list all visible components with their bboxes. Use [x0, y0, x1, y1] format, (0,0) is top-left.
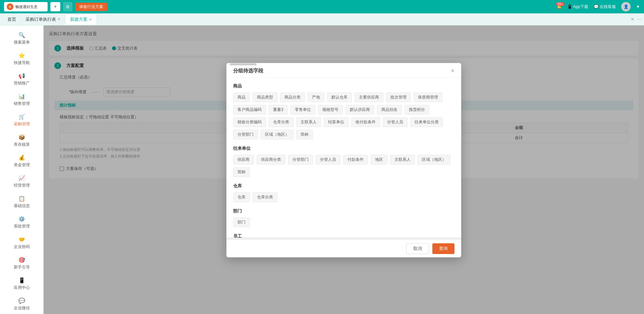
- field-tag-partner-6[interactable]: 主联系人: [390, 155, 415, 165]
- field-tag-goods-16[interactable]: 仓库分类: [269, 117, 293, 127]
- field-tag-partner-1[interactable]: 供应商分类: [257, 155, 285, 165]
- top-nav: b 畅捷通好生意 ▼ ⚙ 体验行业方案 🔔 99+ 📱 App下载 💬 在线客服…: [0, 0, 644, 13]
- sidebar-item-enterprise[interactable]: 🤝 企业协同: [0, 233, 43, 253]
- field-tag-goods-6[interactable]: 批次管理: [386, 92, 411, 102]
- tab-new-plan[interactable]: 新建方案 ✕: [65, 14, 97, 24]
- field-tag-goods-23[interactable]: 区域（地区）: [261, 130, 293, 139]
- sidebar-item-finance[interactable]: 💰 资金管理: [0, 151, 43, 171]
- field-tag-goods-17[interactable]: 主联系人: [296, 117, 321, 127]
- sidebar-label-search: 搜索菜单: [14, 40, 30, 45]
- content-area: 采购订单执行表方案设置 1 选择模板 汇总表 交叉统计表: [44, 25, 644, 314]
- logo-area: b 畅捷通好生意: [4, 2, 48, 11]
- sidebar-item-wechat[interactable]: 💬 企业微信: [0, 294, 43, 314]
- inventory-icon: 📦: [18, 134, 25, 140]
- sidebar-item-marketing[interactable]: 📢 营销推广: [0, 69, 43, 89]
- field-tag-goods-20[interactable]: 分管人员: [383, 117, 408, 127]
- sidebar-item-search[interactable]: 🔍 搜索菜单: [0, 28, 43, 49]
- app-download-link[interactable]: 📱 App下载: [567, 4, 588, 10]
- workspace-dropdown[interactable]: ▼: [50, 2, 60, 11]
- modal-title: 分组待选字段: [233, 68, 263, 74]
- modal-body: 商品 商品 商品类型 商品分类 产地 默认仓库 主要供应商 批次管理 保质期管理…: [226, 78, 461, 238]
- sidebar-label-guide: 新手引导: [14, 264, 30, 270]
- field-tag-goods-13[interactable]: 商品别名: [377, 105, 402, 115]
- sidebar-label-system: 系统管理: [14, 224, 30, 229]
- field-tag-goods-15[interactable]: 税收分类编码: [233, 117, 266, 127]
- notification-area[interactable]: 🔔 99+: [557, 4, 562, 9]
- field-tag-partner-8[interactable]: 简称: [233, 167, 250, 177]
- section-department-title: 部门: [233, 208, 454, 214]
- tab-close-purchase[interactable]: ✕: [57, 17, 60, 21]
- top-right-area: 🔔 99+ 📱 App下载 💬 在线客服 👤 ▼: [557, 2, 640, 11]
- sidebar-item-operations[interactable]: 📈 经营管理: [0, 171, 43, 192]
- sidebar-label-marketing: 营销推广: [14, 80, 30, 86]
- user-menu-arrow: ▼: [636, 4, 640, 9]
- sidebar-item-app-center[interactable]: 📱 应用中心: [0, 273, 43, 294]
- field-tag-partner-4[interactable]: 付款条件: [343, 155, 368, 165]
- field-tag-goods-12[interactable]: 默认供应商: [345, 105, 374, 115]
- field-tag-goods-5[interactable]: 主要供应商: [355, 92, 383, 102]
- app-download-label: App下载: [573, 4, 588, 9]
- sidebar-item-quick-nav[interactable]: ⭐ 快捷导航: [0, 49, 43, 69]
- sidebar-item-inventory[interactable]: 📦 库存核算: [0, 130, 43, 151]
- field-tag-goods-11[interactable]: 规格型号: [318, 105, 343, 115]
- enterprise-icon: 🤝: [18, 236, 25, 243]
- tab-bar-more-icon[interactable]: ⋯: [637, 17, 641, 22]
- settings-icon[interactable]: ⚙: [63, 2, 72, 11]
- marketing-icon: 📢: [18, 72, 25, 79]
- field-tag-goods-19[interactable]: 收付款条件: [351, 117, 380, 127]
- experience-button[interactable]: 体验行业方案: [75, 3, 107, 11]
- field-tag-goods-8[interactable]: 客户商品编码: [233, 105, 266, 115]
- tab-bar-close-icon[interactable]: ✕: [631, 17, 634, 22]
- field-tag-goods-2[interactable]: 商品分类: [280, 92, 305, 102]
- sidebar-item-purchase[interactable]: 🛒 采购管理: [0, 110, 43, 130]
- sales-icon: 📊: [18, 93, 25, 100]
- modal-close-btn[interactable]: ×: [451, 68, 454, 74]
- field-tag-goods-4[interactable]: 默认仓库: [327, 92, 352, 102]
- field-tag-goods-7[interactable]: 保质期管理: [414, 92, 442, 102]
- field-tag-goods-0[interactable]: 商品: [233, 92, 250, 102]
- app-download-icon: 📱: [567, 4, 572, 9]
- sidebar-label-basic-info: 基础信息: [14, 203, 30, 209]
- modal-hscroll-thumb[interactable]: [230, 63, 257, 65]
- online-service-link[interactable]: 💬 在线客服: [594, 4, 616, 10]
- tab-purchase-exec[interactable]: 采购订单执行表 ✕: [21, 14, 65, 24]
- field-tag-goods-24[interactable]: 简称: [296, 130, 313, 139]
- tab-home[interactable]: 首页: [3, 14, 21, 24]
- partner-tags: 供应商 供应商分类 分管部门 分管人员 付款条件 地区 主联系人 区域（地区） …: [233, 155, 454, 177]
- sidebar-item-basic-info[interactable]: 📋 基础信息: [0, 192, 43, 212]
- field-tag-goods-10[interactable]: 零售单位: [290, 105, 315, 115]
- tab-close-new-plan[interactable]: ✕: [89, 17, 92, 22]
- user-avatar[interactable]: 👤: [621, 2, 631, 11]
- field-tag-goods-3[interactable]: 产地: [308, 92, 324, 102]
- field-tag-warehouse-1[interactable]: 仓库分类: [253, 192, 277, 202]
- field-tag-partner-2[interactable]: 分管部门: [288, 155, 313, 165]
- service-label: 在线客服: [600, 4, 616, 9]
- modal-header: 分组待选字段 ×: [226, 63, 461, 78]
- workspace-label: ▼: [53, 4, 57, 9]
- sidebar-item-sales[interactable]: 📊 销售管理: [0, 89, 43, 110]
- field-tag-goods-14[interactable]: 拣货积分: [405, 105, 429, 115]
- modal-cancel-button[interactable]: 取消: [406, 243, 429, 254]
- field-tag-goods-1[interactable]: 商品类型: [253, 92, 277, 102]
- field-tag-partner-5[interactable]: 地区: [371, 155, 387, 165]
- department-tags: 部门: [233, 217, 454, 227]
- logo-icon: b: [7, 3, 13, 10]
- field-tag-partner-0[interactable]: 供应商: [233, 155, 254, 165]
- section-staff: 员工 业务员: [233, 233, 454, 238]
- field-tag-goods-18[interactable]: 结算单位: [324, 117, 348, 127]
- sidebar: 🔍 搜索菜单 ⭐ 快捷导航 📢 营销推广 📊 销售管理 🛒 采购管理 📦 库存核…: [0, 25, 44, 314]
- field-tag-dept-0[interactable]: 部门: [233, 217, 250, 227]
- field-tag-goods-9[interactable]: 重量3: [269, 105, 288, 115]
- field-tag-partner-7[interactable]: 区域（地区）: [418, 155, 450, 165]
- field-tag-goods-21[interactable]: 往来单位分类: [410, 117, 443, 127]
- section-goods: 商品 商品 商品类型 商品分类 产地 默认仓库 主要供应商 批次管理 保质期管理…: [233, 83, 454, 139]
- sidebar-item-system[interactable]: ⚙️ 系统管理: [0, 212, 43, 233]
- search-icon: 🔍: [18, 32, 25, 38]
- sidebar-label-inventory: 库存核算: [14, 142, 30, 147]
- sidebar-item-guide[interactable]: 🎯 新手引导: [0, 253, 43, 273]
- sidebar-label-purchase: 采购管理: [14, 121, 30, 127]
- modal-confirm-button[interactable]: 查询: [432, 243, 454, 254]
- field-tag-warehouse-0[interactable]: 仓库: [233, 192, 250, 202]
- field-tag-partner-3[interactable]: 分管人员: [316, 155, 340, 165]
- field-tag-goods-22[interactable]: 分管部门: [233, 130, 258, 139]
